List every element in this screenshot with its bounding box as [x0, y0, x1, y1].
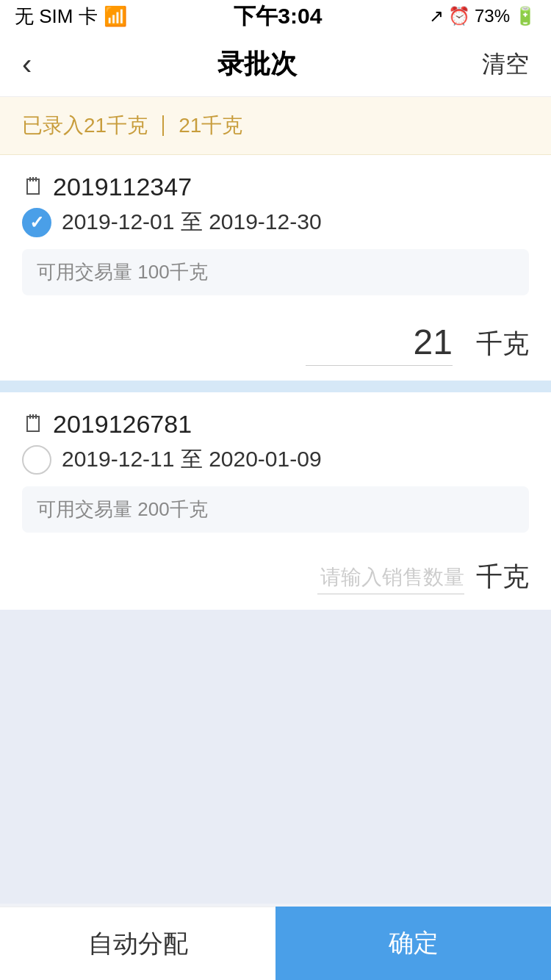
status-time: 下午3:04 — [234, 1, 322, 32]
confirm-button[interactable]: 确定 — [276, 907, 551, 980]
batch-date-row-1[interactable]: 2019-12-01 至 2019-12-30 — [0, 207, 551, 249]
batch-number-2: 2019126781 — [53, 410, 192, 439]
footer: 自动分配 确定 — [0, 907, 551, 980]
radio-button-2[interactable] — [22, 445, 51, 475]
status-right: ↗ ⏰ 73% 🔋 — [429, 6, 536, 26]
batch-header-2: 🗒 2019126781 — [0, 392, 551, 444]
summary-label: 已录入21千克 — [22, 112, 148, 140]
blue-separator — [0, 381, 551, 392]
location-icon: ↗ — [429, 6, 444, 26]
batch-quota-1: 可用交易量 100千克 — [22, 249, 529, 295]
radio-button-1[interactable] — [22, 208, 51, 237]
battery-icon: 🔋 — [514, 6, 536, 26]
batch-number-1: 2019112347 — [53, 173, 192, 201]
batch-date-row-2[interactable]: 2019-12-11 至 2020-01-09 — [0, 444, 551, 486]
auto-distribute-button[interactable]: 自动分配 — [0, 907, 276, 980]
quantity-unit-2: 千克 — [476, 559, 529, 595]
batch-icon-2: 🗒 — [22, 411, 46, 438]
status-left: 无 SIM 卡 📶 — [15, 4, 127, 29]
bottom-area — [0, 610, 551, 904]
batch-icon-1: 🗒 — [22, 173, 46, 201]
batch-date-1: 2019-12-01 至 2019-12-30 — [62, 207, 322, 237]
clear-button[interactable]: 清空 — [482, 48, 529, 81]
batch-date-2: 2019-12-11 至 2020-01-09 — [62, 444, 322, 475]
page-title: 录批次 — [217, 46, 297, 82]
alarm-icon: ⏰ — [448, 6, 470, 26]
battery-text: 73% — [475, 6, 510, 26]
quantity-row-1: 21 千克 — [0, 310, 551, 381]
status-bar: 无 SIM 卡 📶 下午3:04 ↗ ⏰ 73% 🔋 — [0, 0, 551, 32]
wifi-icon: 📶 — [104, 5, 127, 28]
batch-item-2: 🗒 2019126781 2019-12-11 至 2020-01-09 可用交… — [0, 392, 551, 610]
summary-amount: 21千克 — [179, 112, 242, 140]
summary-divider — [162, 115, 164, 136]
back-button[interactable]: ‹ — [22, 48, 32, 81]
no-sim-text: 无 SIM 卡 — [15, 4, 98, 29]
batch-header-1: 🗒 2019112347 — [0, 155, 551, 207]
batch-quota-2: 可用交易量 200千克 — [22, 486, 529, 533]
quantity-row-2: 千克 — [0, 547, 551, 610]
summary-bar: 已录入21千克 21千克 — [0, 97, 551, 155]
batch-item-1: 🗒 2019112347 2019-12-01 至 2019-12-30 可用交… — [0, 155, 551, 381]
nav-bar: ‹ 录批次 清空 — [0, 32, 551, 97]
quantity-input-2[interactable] — [317, 560, 464, 594]
